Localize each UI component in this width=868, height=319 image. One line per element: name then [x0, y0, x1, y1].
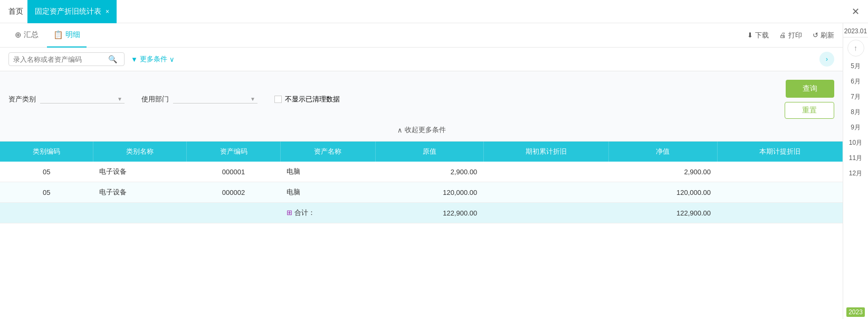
- toolbar-actions: ⬇ 下载 🖨 打印 ↺ 刷新: [747, 31, 834, 40]
- print-label: 打印: [788, 31, 802, 40]
- download-icon: ⬇: [747, 31, 753, 39]
- right-sidebar: 2023.01 ↑ 5月6月7月8月9月10月11月12月 2023: [843, 23, 868, 319]
- sidebar-month-item[interactable]: 11月: [849, 151, 862, 166]
- checkbox-icon: [274, 96, 282, 103]
- table-row: 05 电子设备 000001 电脑 2,900.00 2,900.00: [0, 162, 843, 182]
- collapse-conditions-toggle[interactable]: ∧ 收起更多条件: [8, 125, 834, 135]
- sidebar-date: 2023.01: [843, 25, 868, 37]
- col-header-category-code: 类别编码: [0, 142, 93, 162]
- col-header-category-name: 类别名称: [93, 142, 186, 162]
- cell-asset-code: 000001: [187, 162, 280, 182]
- sidebar-month-item[interactable]: 9月: [849, 120, 862, 135]
- cell-current-dep: [717, 162, 842, 182]
- tab-close-icon[interactable]: ×: [106, 8, 109, 15]
- cell-original-value: 2,900.00: [375, 162, 483, 182]
- col-header-net-value: 净值: [609, 142, 717, 162]
- cell-asset-code: 000002: [187, 182, 280, 203]
- year-badge: 2023: [846, 307, 865, 317]
- tab-detail-label: 明细: [65, 30, 80, 40]
- cell-asset-name: 电脑: [280, 182, 375, 203]
- col-header-accumulated-dep: 期初累计折旧: [483, 142, 608, 162]
- filter-panel: 资产类别 ▼ 使用部门 ▼ 不显示已清理数据: [0, 71, 843, 142]
- total-label: ⊞合计：: [280, 203, 375, 223]
- download-button[interactable]: ⬇ 下载: [747, 31, 769, 40]
- total-original-value: 122,900.00: [375, 203, 483, 223]
- total-current-dep: [717, 203, 842, 223]
- sidebar-month-item[interactable]: 5月: [849, 59, 862, 74]
- detail-icon: 📋: [53, 30, 63, 40]
- asset-category-filter: 资产类别 ▼: [8, 95, 125, 104]
- collapse-icon: ∧: [397, 126, 403, 134]
- cell-category-code: 05: [0, 182, 93, 203]
- cell-current-dep: [717, 182, 842, 203]
- department-arrow: ▼: [250, 96, 255, 102]
- data-table: 类别编码 类别名称 资产编码 资产名称 原值 期初累计折旧 净值 本期计提折旧 …: [0, 142, 843, 223]
- department-filter: 使用部门 ▼: [141, 95, 257, 104]
- tab-summary[interactable]: ⊕ 汇总: [8, 23, 45, 48]
- search-input-wrapper[interactable]: 🔍: [8, 52, 125, 66]
- hide-cleared-checkbox[interactable]: 不显示已清理数据: [274, 95, 340, 104]
- asset-category-label: 资产类别: [8, 95, 36, 104]
- cell-category-code: 05: [0, 162, 93, 182]
- table-header-row: 类别编码 类别名称 资产编码 资产名称 原值 期初累计折旧 净值 本期计提折旧: [0, 142, 843, 162]
- sidebar-month-item[interactable]: 6月: [849, 74, 862, 89]
- cell-net-value: 120,000.00: [609, 182, 717, 203]
- print-icon: 🖨: [779, 31, 786, 39]
- query-button[interactable]: 查询: [786, 80, 834, 98]
- table-row: 05 电子设备 000002 电脑 120,000.00 120,000.00: [0, 182, 843, 203]
- window-close-button[interactable]: ✕: [852, 6, 860, 17]
- table-total-row: ⊞合计： 122,900.00 122,900.00: [0, 203, 843, 223]
- sidebar-month-item[interactable]: 12月: [849, 166, 862, 181]
- col-header-original-value: 原值: [375, 142, 483, 162]
- expand-sidebar-button[interactable]: ›: [819, 52, 834, 67]
- search-icon[interactable]: 🔍: [108, 55, 117, 63]
- summary-icon: ⊕: [15, 30, 22, 40]
- cell-asset-name: 电脑: [280, 162, 375, 182]
- active-tab[interactable]: 固定资产折旧统计表 ×: [27, 0, 117, 23]
- home-link[interactable]: 首页: [8, 7, 23, 16]
- refresh-label: 刷新: [821, 31, 834, 40]
- download-label: 下载: [755, 31, 769, 40]
- sidebar-month-item[interactable]: 8月: [849, 105, 862, 120]
- filter-icon: ▼: [131, 55, 138, 63]
- top-nav: 首页 固定资产折旧统计表 × ✕: [0, 0, 868, 23]
- more-conditions-toggle[interactable]: ▼ 更多条件 ∨: [131, 54, 175, 64]
- scroll-up-icon: ↑: [854, 44, 857, 52]
- hide-cleared-label: 不显示已清理数据: [285, 95, 340, 104]
- print-button[interactable]: 🖨 打印: [779, 31, 802, 40]
- department-select[interactable]: ▼: [173, 95, 257, 104]
- cell-category-name: 电子设备: [93, 162, 186, 182]
- filter-actions: 查询 重置: [785, 80, 834, 119]
- cell-original-value: 120,000.00: [375, 182, 483, 203]
- chevron-down-icon: ∨: [169, 55, 175, 63]
- search-input[interactable]: [13, 55, 108, 63]
- chevron-right-icon: ›: [826, 55, 828, 63]
- department-label: 使用部门: [141, 95, 169, 104]
- col-header-asset-name: 资产名称: [280, 142, 375, 162]
- total-accumulated-dep: [483, 203, 608, 223]
- cell-accumulated-dep: [483, 162, 608, 182]
- asset-category-select[interactable]: ▼: [40, 95, 125, 104]
- search-bar: 🔍 ▼ 更多条件 ∨ ›: [0, 48, 843, 71]
- more-conditions-label: 更多条件: [140, 54, 167, 64]
- data-table-wrapper: 类别编码 类别名称 资产编码 资产名称 原值 期初累计折旧 净值 本期计提折旧 …: [0, 142, 843, 319]
- total-net-value: 122,900.00: [609, 203, 717, 223]
- refresh-icon: ↺: [813, 31, 818, 39]
- tab-title: 固定资产折旧统计表: [35, 7, 101, 16]
- reset-button[interactable]: 重置: [785, 102, 834, 119]
- total-label-cell: [0, 203, 280, 223]
- cell-accumulated-dep: [483, 182, 608, 203]
- col-header-asset-code: 资产编码: [187, 142, 280, 162]
- scroll-up-button[interactable]: ↑: [847, 40, 864, 57]
- cell-net-value: 2,900.00: [609, 162, 717, 182]
- tab-detail[interactable]: 📋 明细: [47, 23, 87, 48]
- asset-category-arrow: ▼: [117, 96, 122, 102]
- sidebar-month-item[interactable]: 10月: [849, 135, 862, 151]
- collapse-label: 收起更多条件: [405, 125, 446, 135]
- cell-category-name: 电子设备: [93, 182, 186, 203]
- main-panel: ⊕ 汇总 📋 明细 ⬇ 下载 🖨 打印 ↺ 刷新: [0, 23, 843, 319]
- refresh-button[interactable]: ↺ 刷新: [813, 31, 834, 40]
- filter-row: 资产类别 ▼ 使用部门 ▼ 不显示已清理数据: [8, 80, 834, 119]
- sidebar-month-item[interactable]: 7月: [849, 89, 862, 105]
- tabs-row: ⊕ 汇总 📋 明细 ⬇ 下载 🖨 打印 ↺ 刷新: [0, 23, 843, 48]
